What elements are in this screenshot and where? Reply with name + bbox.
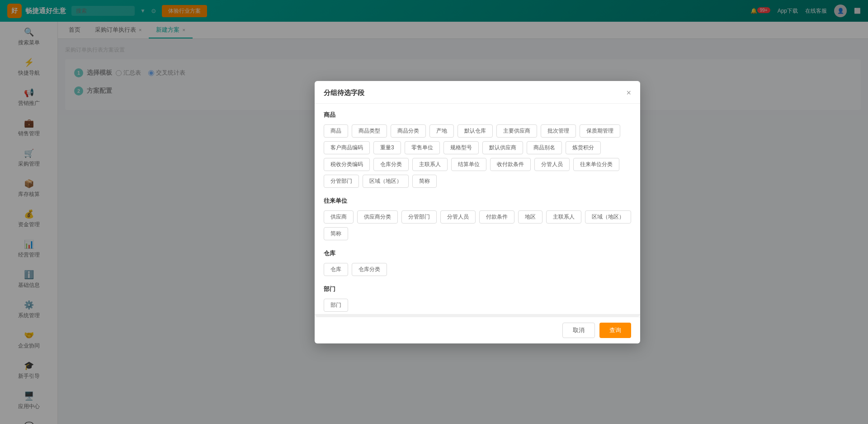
chip-goods-9[interactable]: 重量3 [373,141,401,154]
chips-goods: 商品商品类型商品分类产地默认仓库主要供应商批次管理保质期管理客户商品编码重量3零… [324,124,631,188]
chip-goods-21[interactable]: 往来单位分类 [573,158,619,171]
chip-partner-1[interactable]: 供应商分类 [357,210,398,224]
confirm-button[interactable]: 查询 [599,323,631,338]
chip-goods-15[interactable]: 税收分类编码 [324,158,370,171]
chip-warehouse-0[interactable]: 仓库 [324,263,348,276]
chip-goods-3[interactable]: 产地 [429,124,454,138]
chip-goods-10[interactable]: 零售单位 [405,141,440,154]
section-title-goods: 商品 [324,111,631,119]
chip-partner-6[interactable]: 主联系人 [546,210,581,224]
chip-goods-4[interactable]: 默认仓库 [458,124,493,138]
chip-warehouse-1[interactable]: 仓库分类 [352,263,387,276]
chip-goods-12[interactable]: 默认供应商 [482,141,523,154]
chip-partner-4[interactable]: 付款条件 [479,210,514,224]
chip-partner-3[interactable]: 分管人员 [440,210,476,224]
modal-dialog: 分组待选字段 × 商品商品商品类型商品分类产地默认仓库主要供应商批次管理保质期管… [315,81,640,343]
chip-goods-19[interactable]: 收付款条件 [490,158,531,171]
chip-goods-18[interactable]: 结算单位 [451,158,486,171]
chip-goods-13[interactable]: 商品别名 [527,141,562,154]
chip-partner-2[interactable]: 分管部门 [401,210,437,224]
section-department: 部门部门 [324,285,631,312]
section-goods: 商品商品商品类型商品分类产地默认仓库主要供应商批次管理保质期管理客户商品编码重量… [324,111,631,188]
chip-goods-22[interactable]: 分管部门 [324,175,359,188]
chip-goods-16[interactable]: 仓库分类 [373,158,409,171]
chip-goods-1[interactable]: 商品类型 [352,124,387,138]
chip-partner-7[interactable]: 区域（地区） [585,210,631,224]
chip-goods-14[interactable]: 炼货积分 [566,141,601,154]
modal-body[interactable]: 商品商品商品类型商品分类产地默认仓库主要供应商批次管理保质期管理客户商品编码重量… [315,104,640,314]
chip-goods-11[interactable]: 规格型号 [443,141,479,154]
modal-title: 分组待选字段 [324,89,364,97]
chip-partner-8[interactable]: 简称 [324,227,348,240]
chip-goods-0[interactable]: 商品 [324,124,348,138]
section-title-warehouse: 仓库 [324,249,631,257]
horizontal-scrollbar[interactable] [315,314,640,317]
section-title-department: 部门 [324,285,631,293]
modal-header: 分组待选字段 × [315,81,640,104]
chip-goods-20[interactable]: 分管人员 [534,158,570,171]
modal-footer: 取消 查询 [315,317,640,343]
chips-partner: 供应商供应商分类分管部门分管人员付款条件地区主联系人区域（地区）简称 [324,210,631,240]
chip-goods-2[interactable]: 商品分类 [391,124,426,138]
chip-partner-5[interactable]: 地区 [518,210,542,224]
chip-goods-23[interactable]: 区域（地区） [363,175,409,188]
chip-goods-5[interactable]: 主要供应商 [496,124,537,138]
chip-goods-6[interactable]: 批次管理 [541,124,576,138]
chip-partner-0[interactable]: 供应商 [324,210,354,224]
chips-department: 部门 [324,299,631,312]
chip-goods-17[interactable]: 主联系人 [412,158,448,171]
chip-goods-7[interactable]: 保质期管理 [580,124,620,138]
modal-close-btn[interactable]: × [626,88,631,98]
section-title-partner: 往来单位 [324,197,631,205]
cancel-button[interactable]: 取消 [562,323,595,338]
section-warehouse: 仓库仓库仓库分类 [324,249,631,276]
chip-goods-8[interactable]: 客户商品编码 [324,141,370,154]
chip-goods-24[interactable]: 简称 [412,175,437,188]
chips-warehouse: 仓库仓库分类 [324,263,631,276]
chip-department-0[interactable]: 部门 [324,299,348,312]
section-partner: 往来单位供应商供应商分类分管部门分管人员付款条件地区主联系人区域（地区）简称 [324,197,631,240]
